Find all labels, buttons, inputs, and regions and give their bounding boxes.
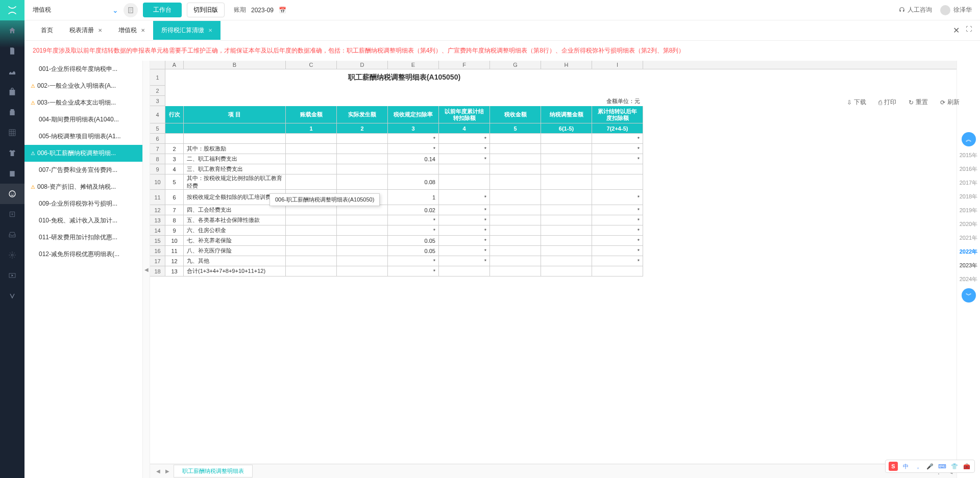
cell[interactable] (490, 246, 541, 256)
cell[interactable]: * (439, 215, 490, 225)
ime-toolbar[interactable]: S 中 ， 🎤 ⌨ 👕 🧰 (885, 460, 975, 473)
col-header[interactable]: D (337, 61, 388, 69)
sheet-tab[interactable]: 职工薪酬纳税调整明细表 (174, 465, 253, 477)
close-tab-icon[interactable]: ✕ (953, 26, 960, 35)
year-2017年[interactable]: 2017年 (958, 176, 979, 190)
cell[interactable]: 11 (165, 246, 184, 256)
cell[interactable] (541, 190, 592, 205)
list-item[interactable]: ⚠002-一般企业收入明细表(A... (24, 78, 142, 94)
consult-link[interactable]: 人工咨询 (898, 6, 932, 14)
cell[interactable] (541, 256, 592, 266)
cell[interactable]: * (439, 154, 490, 164)
workbench-button[interactable]: 工作台 (143, 3, 182, 17)
expand-icon[interactable]: ⛶ (966, 26, 972, 35)
cell[interactable]: 1 (388, 190, 439, 205)
cell[interactable]: 6 (165, 190, 184, 205)
cell[interactable] (388, 164, 439, 174)
switch-old-button[interactable]: 切到旧版 (187, 3, 225, 17)
cell[interactable]: 2 (165, 144, 184, 154)
cell[interactable]: * (592, 134, 643, 144)
list-item[interactable]: ⚠008-资产折旧、摊销及纳税... (24, 179, 142, 195)
cell[interactable]: 5 (165, 174, 184, 190)
cell[interactable] (490, 256, 541, 266)
cell[interactable]: * (439, 205, 490, 215)
cell[interactable] (337, 164, 388, 174)
cell[interactable] (541, 205, 592, 215)
inbox-icon[interactable] (0, 224, 24, 245)
cell[interactable]: 三、职工教育经费支出 (184, 164, 286, 174)
cell[interactable] (541, 215, 592, 225)
cell[interactable] (286, 256, 337, 266)
collapse-handle[interactable]: ◀ (143, 61, 150, 478)
cell[interactable] (490, 144, 541, 154)
cell[interactable]: * (439, 236, 490, 246)
cell[interactable] (337, 134, 388, 144)
cell[interactable]: 12 (165, 256, 184, 266)
close-icon[interactable]: ✕ (98, 28, 102, 33)
cell[interactable]: 二、职工福利费支出 (184, 154, 286, 164)
year-2016年[interactable]: 2016年 (958, 162, 979, 176)
cell[interactable] (337, 236, 388, 246)
cell[interactable] (541, 144, 592, 154)
col-header[interactable]: I (592, 61, 643, 69)
cell[interactable] (286, 215, 337, 225)
col-header[interactable]: H (541, 61, 592, 69)
year-up-button[interactable]: ︽ (962, 132, 976, 146)
cell[interactable]: * (439, 246, 490, 256)
cell[interactable] (286, 236, 337, 246)
list-item[interactable]: ⚠006-职工薪酬纳税调整明细... (24, 145, 142, 162)
cell[interactable] (592, 174, 643, 190)
cell[interactable]: 五、各类基本社会保障性缴款 (184, 215, 286, 225)
year-2020年[interactable]: 2020年 (958, 217, 979, 231)
cell[interactable]: 9 (165, 225, 184, 236)
cell[interactable] (184, 134, 286, 144)
cell[interactable] (541, 236, 592, 246)
cell[interactable] (490, 236, 541, 246)
calendar-picker-icon[interactable]: 📅 (279, 7, 286, 14)
calendar-icon[interactable] (0, 163, 24, 184)
ime-punct-icon[interactable]: ， (913, 462, 922, 471)
cell[interactable] (490, 190, 541, 205)
clipboard-icon[interactable] (0, 102, 24, 122)
tab-增值税[interactable]: 增值税✕ (110, 21, 153, 40)
cell[interactable] (541, 164, 592, 174)
cell[interactable] (337, 174, 388, 190)
cell[interactable]: * (592, 236, 643, 246)
sheet-nav-first[interactable]: ◀ (154, 467, 162, 475)
cell[interactable]: 0.02 (388, 205, 439, 215)
list-item[interactable]: 001-企业所得税年度纳税申... (24, 61, 142, 78)
year-2021年[interactable]: 2021年 (958, 231, 979, 245)
export-icon[interactable] (0, 204, 24, 224)
col-header[interactable]: F (439, 61, 490, 69)
cell[interactable] (541, 225, 592, 236)
doc-round-icon[interactable] (124, 3, 138, 17)
cell[interactable] (490, 215, 541, 225)
cell[interactable] (337, 266, 388, 276)
cell[interactable] (337, 225, 388, 236)
cell[interactable]: * (388, 225, 439, 236)
list-item[interactable]: 005-纳税调整项目明细表(A1... (24, 128, 142, 145)
cell[interactable] (541, 246, 592, 256)
cell[interactable]: 4 (165, 164, 184, 174)
list-item[interactable]: ⚠003-一般企业成本支出明细... (24, 94, 142, 111)
cell[interactable] (286, 174, 337, 190)
year-down-button[interactable]: ︾ (962, 288, 976, 303)
ime-tools-icon[interactable]: 🧰 (962, 462, 971, 471)
list-item[interactable]: 004-期间费用明细表(A1040... (24, 111, 142, 128)
cell[interactable] (439, 266, 490, 276)
cell[interactable]: 10 (165, 236, 184, 246)
shirt-icon[interactable] (0, 143, 24, 163)
user-menu[interactable]: 徐泽华 (940, 5, 972, 15)
cell[interactable] (337, 144, 388, 154)
cell[interactable]: * (439, 134, 490, 144)
chart-icon[interactable] (0, 61, 24, 82)
cell[interactable]: 九、其他 (184, 256, 286, 266)
ime-lang[interactable]: 中 (901, 462, 910, 471)
cell[interactable] (337, 154, 388, 164)
cell[interactable] (337, 256, 388, 266)
close-icon[interactable]: ✕ (141, 28, 145, 33)
smile-icon[interactable] (0, 184, 24, 204)
cell[interactable] (490, 205, 541, 215)
tab-所得税汇算清缴[interactable]: 所得税汇算清缴✕ (153, 21, 220, 40)
year-2024年[interactable]: 2024年 (958, 272, 979, 286)
